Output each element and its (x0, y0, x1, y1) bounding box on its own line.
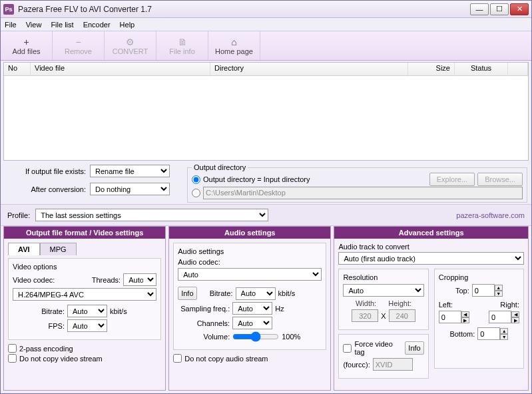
forcetag-check[interactable] (343, 344, 352, 353)
crop-label: Cropping (439, 273, 519, 281)
threads-select[interactable]: Auto (123, 273, 156, 286)
explore-button[interactable]: Explore... (429, 173, 475, 186)
crop-top[interactable] (472, 284, 495, 297)
tab-mpg[interactable]: MPG (40, 243, 77, 255)
convert-button[interactable]: ⚙CONVERT (105, 31, 156, 60)
app-icon: Ps (3, 4, 14, 15)
fourcc-input[interactable] (373, 358, 413, 371)
track-select[interactable]: Auto (first audio track) (338, 252, 524, 265)
adv-info-button[interactable]: Info (405, 341, 423, 355)
vcodec-label: Video codec: (13, 276, 55, 284)
profile-label: Profile: (7, 211, 30, 219)
homepage-button[interactable]: ⌂Home page (208, 31, 260, 60)
titlebar[interactable]: Ps Pazera Free FLV to AVI Converter 1.7 … (1, 1, 531, 18)
threads-label: Threads: (92, 276, 121, 284)
adv-head: Advanced settings (334, 227, 528, 239)
maximize-button[interactable]: ☐ (490, 3, 509, 15)
vbitrate-select[interactable]: Auto (67, 305, 107, 317)
col-status[interactable]: Status (455, 63, 508, 75)
volume-slider[interactable] (232, 331, 279, 342)
menu-view[interactable]: View (26, 21, 42, 29)
vbitrate-label: Bitrate: (13, 307, 65, 315)
plus-icon: + (23, 37, 29, 47)
afterconv-select[interactable]: Do nothing (90, 183, 170, 195)
profile-select[interactable]: The last session settings (35, 209, 268, 221)
audio-grp-title: Audio settings (178, 247, 322, 255)
fps-select[interactable]: Auto (67, 319, 107, 332)
width-input[interactable] (352, 309, 378, 322)
width-label: Width: (356, 299, 376, 307)
video-grp-title: Video options (13, 263, 156, 271)
video-panel: Output file format / Video settings AVI … (3, 226, 166, 391)
top-label: Top: (455, 287, 469, 295)
convert-icon: ⚙ (126, 37, 134, 47)
crop-left[interactable] (439, 311, 461, 323)
height-input[interactable] (389, 309, 415, 322)
outdir-same-radio[interactable] (192, 175, 200, 184)
spin-down-icon[interactable]: ▼ (495, 291, 503, 297)
novideo-check[interactable] (8, 354, 17, 363)
samp-label: Sampling freq.: (178, 305, 230, 313)
menu-help[interactable]: Help (120, 21, 135, 29)
file-list[interactable]: No Video file Directory Size Status (3, 62, 529, 161)
spin-up-icon[interactable]: ▲ (495, 285, 503, 291)
bottom-label: Bottom: (449, 330, 475, 338)
fourcc-label: (fourcc): (343, 361, 370, 369)
outdir-group: Output directory Output directory = Inpu… (187, 163, 527, 203)
height-label: Height: (388, 299, 411, 307)
outdir-custom-radio[interactable] (192, 189, 200, 197)
fps-label: FPS: (13, 322, 65, 330)
ifexists-select[interactable]: Rename file (90, 165, 170, 177)
audio-head: Audio settings (169, 227, 330, 239)
abitrate-select[interactable]: Auto (236, 287, 276, 300)
audio-panel: Audio settings Audio settings Audio code… (168, 226, 331, 391)
remove-button[interactable]: −Remove (53, 31, 105, 60)
vol-label: Volume: (178, 333, 230, 341)
col-size[interactable]: Size (408, 63, 455, 75)
minus-icon: − (75, 37, 81, 47)
right-label: Right: (500, 301, 519, 309)
addfiles-button[interactable]: +Add files (1, 31, 53, 60)
abitrate-label: Bitrate: (200, 289, 233, 297)
col-directory[interactable]: Directory (210, 63, 408, 75)
samp-select[interactable]: Auto (232, 302, 272, 315)
menubar: File View File list Encoder Help (1, 18, 531, 31)
menu-filelist[interactable]: File list (51, 21, 73, 29)
left-label: Left: (439, 301, 453, 309)
acodec-label: Audio codec: (178, 258, 322, 266)
audio-info-button[interactable]: Info (178, 287, 196, 300)
twopass-check[interactable] (8, 344, 17, 353)
crop-right[interactable] (489, 311, 511, 323)
list-header: No Video file Directory Size Status (4, 63, 528, 76)
noaudio-check[interactable] (173, 354, 182, 363)
tab-avi[interactable]: AVI (8, 243, 40, 255)
afterconv-label: After conversion: (6, 185, 86, 193)
toolbar: +Add files −Remove ⚙CONVERT 🗎File info ⌂… (1, 31, 531, 61)
outdir-path-input[interactable] (203, 187, 523, 199)
advanced-panel: Advanced settings Audio track to convert… (334, 226, 529, 391)
video-head: Output file format / Video settings (4, 227, 165, 239)
website-link[interactable]: pazera-software.com (456, 211, 525, 219)
minimize-button[interactable]: — (470, 3, 489, 15)
samp-unit: Hz (275, 305, 284, 313)
home-icon: ⌂ (231, 37, 236, 47)
fileinfo-button[interactable]: 🗎File info (156, 31, 208, 60)
outdir-same-label: Output directory = Input directory (203, 175, 310, 183)
menu-file[interactable]: File (5, 21, 17, 29)
col-no[interactable]: No (4, 63, 31, 75)
track-label: Audio track to convert (338, 243, 524, 251)
col-videofile[interactable]: Video file (31, 63, 210, 75)
chan-select[interactable]: Auto (232, 317, 272, 329)
acodec-select[interactable]: Auto (178, 268, 322, 281)
menu-encoder[interactable]: Encoder (83, 21, 111, 29)
res-label: Resolution (343, 273, 423, 281)
browse-button[interactable]: Browse... (477, 173, 523, 186)
close-button[interactable]: ✕ (510, 3, 529, 15)
window-title: Pazera Free FLV to AVI Converter 1.7 (18, 5, 470, 14)
crop-bottom[interactable] (477, 327, 500, 340)
vbitrate-unit: kbit/s (110, 307, 127, 315)
vcodec-select[interactable]: H.264/MPEG-4 AVC (13, 288, 156, 301)
profile-row: Profile: The last session settings pazer… (1, 204, 531, 226)
res-select[interactable]: Auto (343, 284, 423, 297)
outdir-legend: Output directory (192, 163, 248, 171)
